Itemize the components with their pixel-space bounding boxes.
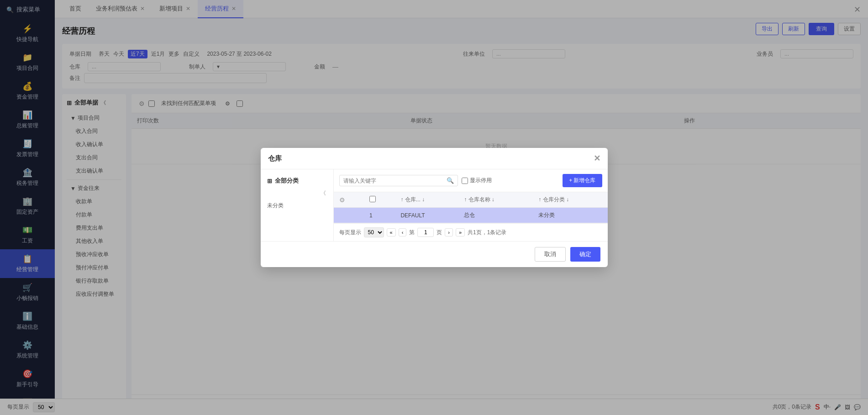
modal-body: ⊞ 全部分类 《 未分类 🔍 显示停用 — [261, 169, 608, 241]
row-gear — [334, 208, 364, 223]
modal-table-wrapper: ⚙ ↑ 仓库... ↓ ↑ 仓库名称 ↓ — [334, 192, 608, 223]
modal-left-panel: ⊞ 全部分类 《 未分类 — [261, 169, 334, 241]
modal-col-category[interactable]: ↑ 仓库分类 ↓ — [533, 192, 607, 208]
modal-right-panel: 🔍 显示停用 + 新增仓库 ⚙ — [334, 169, 608, 241]
modal-per-page-select[interactable]: 50 — [364, 227, 384, 237]
modal-show-disabled-label[interactable]: 显示停用 — [462, 177, 492, 184]
row-name: 总仓 — [458, 208, 533, 223]
modal-toolbar: 🔍 显示停用 + 新增仓库 — [334, 169, 608, 192]
modal-pagination: 每页显示 50 « ‹ 第 页 › » 共1页，1条记录 — [334, 223, 608, 241]
modal-left-all-label[interactable]: ⊞ 全部分类 — [261, 174, 333, 188]
row-num: 1 — [364, 208, 395, 223]
modal-search-icon[interactable]: 🔍 — [447, 177, 454, 184]
modal-title: 仓库 — [268, 154, 282, 163]
modal-show-disabled-checkbox[interactable] — [462, 178, 468, 184]
row-code: DEFAULT — [395, 208, 458, 223]
warehouse-modal: 仓库 ✕ ⊞ 全部分类 《 未分类 — [261, 148, 608, 267]
modal-left-all-text: 全部分类 — [275, 177, 299, 185]
modal-prev-btn[interactable]: ‹ — [399, 228, 407, 236]
modal-col-gear: ⚙ — [334, 192, 364, 208]
modal-table: ⚙ ↑ 仓库... ↓ ↑ 仓库名称 ↓ — [334, 192, 608, 223]
modal-total-info: 共1页，1条记录 — [468, 229, 506, 236]
modal-page-input[interactable] — [417, 228, 434, 237]
modal-left-collapse-btn[interactable]: 《 — [317, 188, 330, 199]
modal-left-unclassified[interactable]: 未分类 — [261, 199, 333, 212]
modal-next-btn[interactable]: › — [445, 228, 453, 236]
confirm-button[interactable]: 确定 — [570, 247, 600, 262]
modal-search-box: 🔍 — [339, 175, 458, 186]
modal-table-row[interactable]: 1 DEFAULT 总仓 未分类 — [334, 208, 608, 223]
row-category: 未分类 — [533, 208, 607, 223]
modal-page-label: 第 — [409, 229, 415, 236]
modal-footer: 取消 确定 — [261, 241, 608, 267]
modal-header: 仓库 ✕ — [261, 148, 608, 169]
grid-icon2: ⊞ — [267, 178, 272, 184]
col-gear-icon[interactable]: ⚙ — [339, 196, 345, 204]
modal-col-code[interactable]: ↑ 仓库... ↓ — [395, 192, 458, 208]
modal-col-checkbox — [364, 192, 395, 208]
modal-search-input[interactable] — [343, 178, 444, 184]
modal-close-icon[interactable]: ✕ — [594, 153, 600, 163]
modal-per-page-label: 每页显示 — [339, 229, 361, 236]
modal-last-page-btn[interactable]: » — [456, 228, 465, 236]
modal-overlay[interactable]: 仓库 ✕ ⊞ 全部分类 《 未分类 — [0, 0, 868, 415]
add-warehouse-button[interactable]: + 新增仓库 — [563, 174, 602, 187]
modal-page-suffix: 页 — [437, 229, 442, 236]
modal-select-all[interactable] — [369, 196, 376, 202]
cancel-button[interactable]: 取消 — [535, 247, 566, 262]
modal-first-page-btn[interactable]: « — [387, 228, 396, 236]
modal-show-disabled-text: 显示停用 — [470, 177, 492, 184]
modal-col-name[interactable]: ↑ 仓库名称 ↓ — [458, 192, 533, 208]
